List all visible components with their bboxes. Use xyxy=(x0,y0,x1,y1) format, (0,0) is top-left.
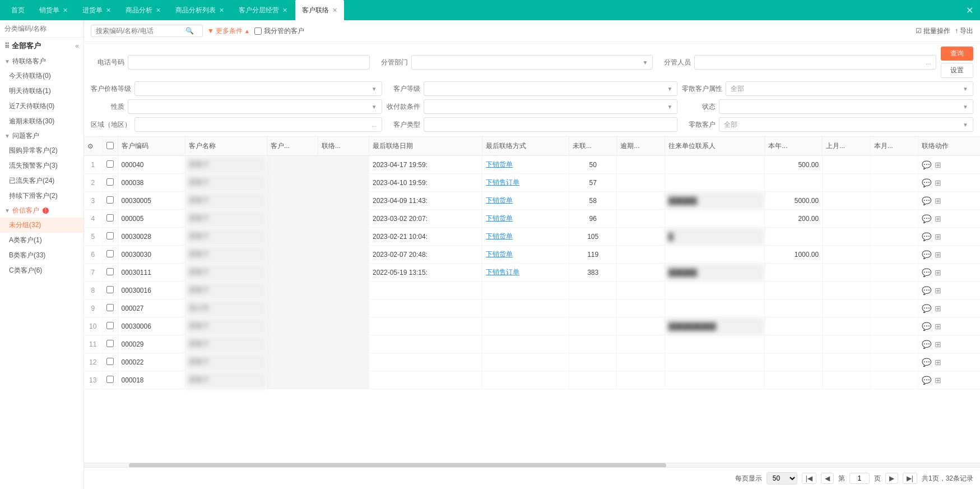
chat-icon[interactable]: 💬 xyxy=(922,214,931,223)
export-button[interactable]: ↑ 导出 xyxy=(955,26,973,36)
last-contact-method[interactable]: 下销货单 xyxy=(482,246,569,264)
close-customer-contact-tab[interactable]: ✕ xyxy=(332,7,337,14)
last-contact-method[interactable]: 下销货单 xyxy=(482,228,569,246)
last-contact-method[interactable]: 下销货单 xyxy=(482,210,569,228)
name-col-header[interactable]: 客户名称 xyxy=(185,137,267,156)
tab-product-analysis[interactable]: 商品分析 ✕ xyxy=(119,0,168,20)
retail-attr-select[interactable]: 全部 ▼ xyxy=(726,81,973,96)
chat-icon[interactable]: 💬 xyxy=(922,196,931,205)
row-checkbox[interactable] xyxy=(106,376,114,383)
grid-action-icon[interactable]: ⊞ xyxy=(935,214,941,223)
last-contact-method[interactable]: 下销售订单 xyxy=(482,174,569,192)
horizontal-scrollbar[interactable] xyxy=(84,463,980,467)
tab-purchase[interactable]: 进货单 ✕ xyxy=(76,0,118,20)
sidebar-item-tomorrow[interactable]: 明天待联络(1) xyxy=(0,84,83,99)
sidebar-item-overdue[interactable]: 逾期未联络(30) xyxy=(0,114,83,129)
last-contact-method[interactable]: 下销货单 xyxy=(482,156,569,174)
last-contact-method[interactable] xyxy=(482,335,569,353)
tab-home[interactable]: 首页 xyxy=(4,0,31,20)
dept-select[interactable]: ▼ xyxy=(411,55,653,70)
sidebar-item-churn-risk[interactable]: 流失预警客户(3) xyxy=(0,158,83,173)
main-search-icon[interactable]: 🔍 xyxy=(185,27,194,35)
grid-action-icon[interactable]: ⊞ xyxy=(935,358,941,367)
close-customer-seg-tab[interactable]: ✕ xyxy=(282,7,287,14)
search-button[interactable]: 查询 xyxy=(941,47,973,61)
sidebar-item-purchase-abnormal[interactable]: 囤购异常客户(2) xyxy=(0,143,83,158)
staff-select[interactable]: … xyxy=(694,55,936,70)
no-contact-col-header[interactable]: 未联... xyxy=(569,137,617,156)
property-select[interactable]: ▼ xyxy=(128,99,382,114)
chat-icon[interactable]: 💬 xyxy=(922,232,931,241)
sidebar-item-group-a[interactable]: A类客户(1) xyxy=(0,233,83,248)
row-checkbox[interactable] xyxy=(106,232,114,239)
waiting-contact-group[interactable]: ▼ 待联络客户 xyxy=(0,54,83,68)
grid-action-icon[interactable]: ⊞ xyxy=(935,232,941,241)
my-customers-checkbox[interactable]: 我分管的客户 xyxy=(254,26,304,36)
last-method-col-header[interactable]: 最后联络方式 xyxy=(482,137,569,156)
overdue-col-header[interactable]: 逾期... xyxy=(617,137,665,156)
select-all-checkbox[interactable] xyxy=(106,142,114,149)
last-contact-method[interactable] xyxy=(482,353,569,371)
row-checkbox[interactable] xyxy=(106,268,114,275)
tab-customer-segmentation[interactable]: 客户分层经营 ✕ xyxy=(232,0,294,20)
my-customers-check[interactable] xyxy=(254,27,262,35)
grid-action-icon[interactable]: ⊞ xyxy=(935,340,941,349)
chat-icon[interactable]: 💬 xyxy=(922,304,931,313)
window-close-button[interactable]: ✕ xyxy=(966,5,973,16)
customer-type-select[interactable] xyxy=(424,117,678,132)
chat-icon[interactable]: 💬 xyxy=(922,250,931,259)
contact-col-header[interactable]: 联络... xyxy=(318,137,369,156)
last-contact-method[interactable] xyxy=(482,299,569,317)
chat-icon[interactable]: 💬 xyxy=(922,358,931,367)
row-checkbox[interactable] xyxy=(106,196,114,204)
row-checkbox[interactable] xyxy=(106,160,114,168)
type-col-header[interactable]: 客户... xyxy=(267,137,318,156)
reset-button[interactable]: 设置 xyxy=(941,63,973,78)
row-checkbox[interactable] xyxy=(106,286,114,293)
tab-customer-contact[interactable]: 客户联络 ✕ xyxy=(295,0,344,20)
tab-product-list[interactable]: 商品分析列表 ✕ xyxy=(169,0,231,20)
close-product-list-tab[interactable]: ✕ xyxy=(219,7,224,14)
prev-page-button[interactable]: ◀ xyxy=(821,473,834,484)
chat-icon[interactable]: 💬 xyxy=(922,268,931,277)
region-select[interactable]: … xyxy=(134,117,382,132)
grid-action-icon[interactable]: ⊞ xyxy=(935,160,941,169)
sidebar-item-continuous-decline[interactable]: 持续下滑客户(2) xyxy=(0,188,83,204)
phone-input[interactable] xyxy=(128,55,370,70)
sidebar-item-near7days[interactable]: 近7天待联络(0) xyxy=(0,99,83,114)
chat-icon[interactable]: 💬 xyxy=(922,178,931,187)
last-contact-method[interactable]: 下销售订单 xyxy=(482,264,569,282)
last-contact-method[interactable] xyxy=(482,371,569,389)
close-purchase-tab[interactable]: ✕ xyxy=(106,7,111,14)
close-product-analysis-tab[interactable]: ✕ xyxy=(156,7,161,14)
company-contact-col-header[interactable]: 往来单位联系人 xyxy=(665,137,765,156)
sidebar-item-group-b[interactable]: B类客户(33) xyxy=(0,248,83,263)
price-level-select[interactable]: ▼ xyxy=(134,81,382,96)
chat-icon[interactable]: 💬 xyxy=(922,160,931,169)
grid-action-icon[interactable]: ⊞ xyxy=(935,304,941,313)
customer-level-select[interactable]: ▼ xyxy=(424,81,678,96)
settings-col-header[interactable]: ⚙ xyxy=(84,137,102,156)
per-page-select[interactable]: 50 100 200 xyxy=(767,472,797,485)
retail-customer-select[interactable]: 全部 ▼ xyxy=(719,117,973,132)
last-contact-method[interactable] xyxy=(482,282,569,299)
chat-icon[interactable]: 💬 xyxy=(922,286,931,295)
code-col-header[interactable]: 客户编码 xyxy=(118,137,185,156)
sidebar-item-ungrouped[interactable]: 未分组(32) xyxy=(0,218,83,233)
page-input[interactable] xyxy=(849,473,870,484)
close-sales-tab[interactable]: ✕ xyxy=(63,7,68,14)
tab-sales[interactable]: 销货单 ✕ xyxy=(32,0,75,20)
next-page-button[interactable]: ▶ xyxy=(885,473,898,484)
this-year-col-header[interactable]: 本年... xyxy=(765,137,823,156)
grid-action-icon[interactable]: ⊞ xyxy=(935,376,941,385)
grid-action-icon[interactable]: ⊞ xyxy=(935,196,941,205)
grid-action-icon[interactable]: ⊞ xyxy=(935,178,941,187)
sidebar-search-input[interactable] xyxy=(4,25,84,33)
main-search-input[interactable] xyxy=(96,27,185,35)
first-page-button[interactable]: |◀ xyxy=(802,473,816,484)
grid-action-icon[interactable]: ⊞ xyxy=(935,268,941,277)
row-checkbox[interactable] xyxy=(106,304,114,311)
this-month-col-header[interactable]: 本月... xyxy=(870,137,918,156)
status-select[interactable]: ▼ xyxy=(719,99,973,114)
sidebar-item-today[interactable]: 今天待联络(0) xyxy=(0,68,83,84)
